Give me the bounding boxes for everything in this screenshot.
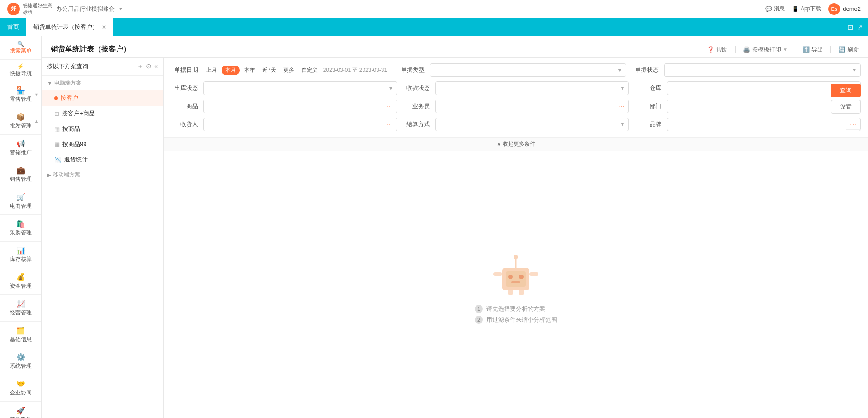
query-button[interactable]: 查询 [831,84,861,97]
date-tab-more[interactable]: 更多 [281,66,297,75]
doc-type-select[interactable]: ▼ [430,63,627,77]
department-label: 部门 [634,102,661,110]
date-range-value: 2023-03-01 至 2023-03-31 [323,66,387,74]
tree-item-return-stats[interactable]: 📉 退货统计 [42,152,163,167]
date-label: 单据日期 [171,66,198,74]
sidebar-item-quick[interactable]: ⚡ 快捷导航 [0,60,41,81]
collapse-panel-button[interactable]: « [154,62,158,71]
product99-icon: ▦ [54,141,60,148]
date-tab-last-month[interactable]: 上月 [203,66,220,75]
message-button[interactable]: 💬 消息 [765,5,785,13]
sidebar-item-marketing[interactable]: 📢 营销推广 [0,135,41,162]
sidebar-item-finance[interactable]: 💰 资金管理 [0,268,41,295]
doc-type-label: 单据类型 [397,66,425,74]
query-buttons: 查询 设置 [831,84,861,114]
tree-item-by-product-99[interactable]: ▦ 按商品99 [42,137,163,152]
date-tab-custom[interactable]: 自定义 [299,66,321,75]
logo-text: 畅捷通好生意 标版 [23,2,52,15]
edit-scheme-button[interactable]: ⊙ [146,62,151,71]
filter-row-1: 单据日期 上月 本月 本年 近7天 更多 自定义 2023-03-01 至 20… [171,63,861,77]
tree-group-desktop[interactable]: ▼ 电脑端方案 [42,76,163,90]
help-icon: ❓ [707,46,714,53]
wholesale-arrow-icon: ▲ [34,119,38,124]
divider3 [830,46,831,53]
doc-type-arrow-icon: ▼ [617,67,622,73]
settings-button[interactable]: 设置 [831,100,861,114]
collect-status-label: 收款状态 [403,84,430,92]
tree-group-mobile[interactable]: ▶ 移动端方案 [42,167,163,182]
sidebar-item-onboarding[interactable]: 🚀 新手引导 [0,402,41,418]
product-dots-icon: ··· [387,103,393,110]
empty-tip-2: 2 用过滤条件来缩小分析范围 [475,316,557,324]
customer-product-icon: ⊞ [54,110,59,117]
warehouse-label: 仓库 [634,84,661,92]
sidebar-item-purchase[interactable]: 🛍️ 采购管理 [0,215,41,242]
sidebar-item-sales[interactable]: 💼 销售管理 [0,162,41,188]
right-panel: 单据日期 上月 本月 本年 近7天 更多 自定义 2023-03-01 至 20… [164,58,868,418]
divider2 [795,46,795,53]
basic-icon: 🗂️ [16,326,25,335]
app-download-button[interactable]: 📱 App下载 [792,5,821,13]
filter-row-3: 商品 ··· 业务员 ··· 部门 ▼ [171,100,861,113]
tab-sales-stats[interactable]: 销货单统计表（按客户） ✕ [26,18,113,36]
export-button[interactable]: ⬆️ 导出 [802,46,823,54]
tab-minimize-icon[interactable]: ⊡ [847,23,853,32]
app-title: 办公用品行业模拟账套 [56,5,115,13]
receiver-select[interactable]: ··· [203,118,397,131]
refresh-button[interactable]: 🔄 刷新 [838,46,859,54]
out-status-arrow-icon: ▼ [388,86,393,91]
tree-expand-icon: ▶ [47,172,51,178]
sidebar-item-retail[interactable]: 🏪 零售管理 ▼ [0,81,41,108]
user-area[interactable]: Ea demo2 [828,3,861,15]
filter-row-2: 出库状态 ▼ 收款状态 ▼ 仓库 ··· [171,81,861,95]
date-tab-this-year[interactable]: 本年 [241,66,258,75]
sidebar-item-system[interactable]: ⚙️ 系统管理 [0,348,41,375]
tree-collapse-icon: ▼ [47,80,52,86]
sales-icon: 💼 [16,166,25,175]
export-icon: ⬆️ [802,46,810,53]
product-select[interactable]: ··· [203,100,397,113]
date-tab-7days[interactable]: 近7天 [259,66,279,75]
salesperson-select[interactable]: ··· [435,100,629,113]
tree-item-by-product[interactable]: ▦ 按商品 [42,121,163,137]
sidebar-item-wholesale[interactable]: 📦 批发管理 ▲ [0,108,41,135]
left-panel-header: 按以下方案查询 ＋ ⊙ « [42,58,163,76]
help-button[interactable]: ❓ 帮助 [707,46,728,54]
user-name: demo2 [843,5,861,12]
retail-arrow-icon: ▼ [34,92,38,97]
left-panel-title: 按以下方案查询 [47,62,88,71]
tab-home[interactable]: 首页 [0,18,26,36]
payment-select[interactable]: ▼ [435,118,629,131]
salesperson-label: 业务员 [403,102,430,110]
out-status-label: 出库状态 [171,84,198,92]
collapse-bar[interactable]: ∧ 收起更多条件 [164,137,868,151]
sidebar: 🔍 搜索菜单 ⚡ 快捷导航 🏪 零售管理 ▼ 📦 批发管理 ▲ 📢 营销推广 💼… [0,36,42,418]
search-icon: 🔍 [17,41,24,47]
tab-close-icon[interactable]: ✕ [102,24,106,30]
template-print-button[interactable]: 🖨️ 按模板打印 ▼ [743,46,788,54]
system-icon: ⚙️ [16,353,25,361]
enterprise-icon: 🤝 [16,380,25,388]
add-scheme-button[interactable]: ＋ [137,62,143,71]
brand-select[interactable]: ··· [667,118,861,131]
avatar: Ea [828,3,840,15]
tree-item-by-customer-product[interactable]: ⊞ 按客户+商品 [42,106,163,121]
page-header-actions: ❓ 帮助 🖨️ 按模板打印 ▼ ⬆️ 导出 🔄 刷新 [707,46,859,54]
tab-expand-icon[interactable]: ⤢ [857,23,863,32]
out-status-select[interactable]: ▼ [203,81,397,95]
sidebar-item-inventory[interactable]: 📊 库存核算 [0,242,41,268]
date-tab-this-month[interactable]: 本月 [222,66,240,75]
sidebar-item-enterprise[interactable]: 🤝 企业协同 [0,375,41,402]
tab-bar-actions: ⊡ ⤢ [842,23,868,32]
app-dropdown-icon[interactable]: ▼ [118,6,123,11]
refresh-icon: 🔄 [838,46,845,53]
sidebar-item-basic[interactable]: 🗂️ 基础信息 [0,322,41,348]
sidebar-item-operation[interactable]: 📈 经营管理 [0,295,41,322]
doc-status-select[interactable]: ▼ [664,63,861,77]
sidebar-item-ecommerce[interactable]: 🛒 电商管理 [0,188,41,215]
tree-item-by-customer[interactable]: 按客户 [42,90,163,106]
sidebar-item-search[interactable]: 🔍 搜索菜单 [0,36,41,60]
payment-arrow-icon: ▼ [620,122,625,127]
svg-rect-7 [493,272,502,276]
collect-status-select[interactable]: ▼ [435,81,629,95]
